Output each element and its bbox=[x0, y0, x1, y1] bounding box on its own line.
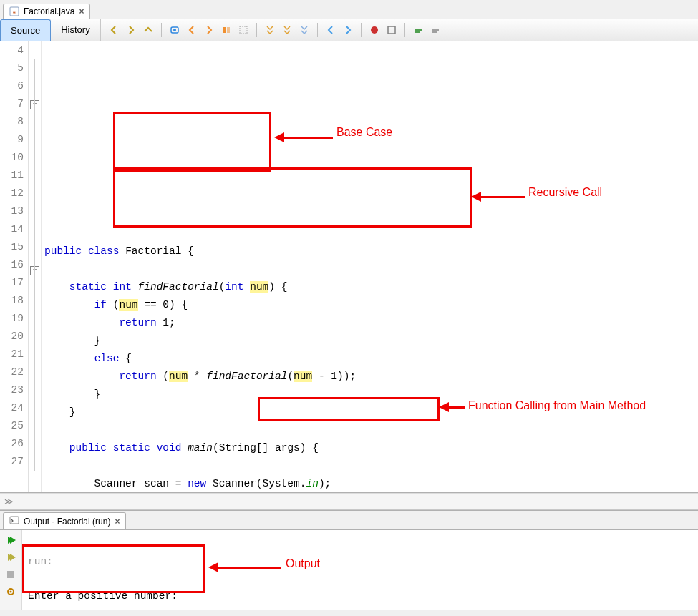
code-line[interactable] bbox=[42, 225, 698, 243]
svg-rect-9 bbox=[415, 29, 422, 31]
forward-icon[interactable] bbox=[124, 23, 138, 37]
line-number: 10 bbox=[0, 149, 24, 167]
svg-point-16 bbox=[10, 591, 12, 593]
toolbar-separator bbox=[404, 23, 405, 37]
block-right-icon[interactable] bbox=[202, 23, 216, 37]
arrow-icon bbox=[274, 132, 333, 142]
line-number: 11 bbox=[0, 167, 24, 185]
bookmark-toggle-icon[interactable] bbox=[297, 23, 311, 37]
line-number: 27 bbox=[0, 453, 24, 471]
chevron-right-icon: ≫ bbox=[4, 497, 14, 507]
stop-macro-icon[interactable] bbox=[384, 23, 399, 37]
java-file-icon: ☕ bbox=[9, 6, 19, 16]
line-number: 14 bbox=[0, 220, 24, 238]
output-tab[interactable]: Output - Factorial (run) × bbox=[3, 512, 126, 529]
code-line[interactable] bbox=[42, 457, 698, 475]
close-icon[interactable]: × bbox=[115, 517, 120, 527]
tab-history[interactable]: History bbox=[51, 19, 100, 41]
code-line[interactable] bbox=[42, 260, 698, 278]
file-tab-bar: ☕ Factorial.java × bbox=[0, 0, 698, 19]
line-number: 25 bbox=[0, 417, 24, 435]
line-number: 6 bbox=[0, 77, 24, 95]
output-console[interactable]: run: Enter a positive number: 6 Factoria… bbox=[22, 530, 698, 610]
comment-icon[interactable] bbox=[411, 23, 425, 37]
code-line[interactable]: public static void main(String[] args) { bbox=[42, 439, 698, 457]
uncomment-icon[interactable] bbox=[428, 23, 442, 37]
annotation-box-output bbox=[22, 544, 205, 593]
tab-source[interactable]: Source bbox=[0, 19, 51, 41]
annotation-box-recursive-call bbox=[113, 167, 472, 228]
rerun-icon[interactable] bbox=[4, 533, 18, 547]
select-rect-icon[interactable] bbox=[236, 23, 251, 37]
svg-point-3 bbox=[173, 29, 176, 31]
line-number: 18 bbox=[0, 292, 24, 310]
svg-rect-13 bbox=[10, 517, 19, 524]
svg-rect-14 bbox=[7, 571, 14, 578]
code-line[interactable]: } bbox=[42, 332, 698, 350]
record-macro-icon[interactable] bbox=[367, 23, 382, 37]
shift-right-icon[interactable] bbox=[341, 23, 355, 37]
block-group-icon[interactable] bbox=[219, 23, 233, 37]
code-line[interactable]: else { bbox=[42, 350, 698, 368]
output-panel: Output - Factorial (run) × run: Enter a … bbox=[0, 510, 698, 610]
annotation-box-base-case bbox=[113, 112, 271, 172]
shift-left-icon[interactable] bbox=[324, 23, 338, 37]
svg-rect-6 bbox=[240, 26, 247, 34]
code-line[interactable]: if (num == 0) { bbox=[42, 296, 698, 314]
output-body: run: Enter a positive number: 6 Factoria… bbox=[0, 530, 698, 610]
line-number: 9 bbox=[0, 131, 24, 149]
close-icon[interactable]: × bbox=[79, 6, 84, 16]
line-number: 12 bbox=[0, 185, 24, 202]
code-line[interactable]: return (num * findFactorial(num - 1)); bbox=[42, 368, 698, 386]
line-number: 4 bbox=[0, 41, 24, 59]
up-icon[interactable] bbox=[141, 23, 155, 37]
toolbar-icons bbox=[101, 23, 442, 37]
code-line[interactable]: public class Factorial { bbox=[42, 243, 698, 260]
line-number: 15 bbox=[0, 238, 24, 256]
annotation-label-base-case: Base Case bbox=[336, 126, 392, 139]
toolbar-separator bbox=[161, 23, 162, 37]
line-number: 7 bbox=[0, 95, 24, 113]
arrow-icon bbox=[471, 192, 525, 202]
code-line[interactable]: static int findFactorial(int num) { bbox=[42, 278, 698, 296]
code-area[interactable]: Base Case Recursive Call Function Callin… bbox=[42, 41, 698, 492]
highlight-icon[interactable] bbox=[168, 23, 182, 37]
fold-cell bbox=[29, 41, 41, 59]
svg-text:☕: ☕ bbox=[13, 9, 16, 15]
toolbar-separator bbox=[317, 23, 318, 37]
annotation-label-fn-call: Function Calling from Main Method bbox=[468, 399, 646, 412]
back-icon[interactable] bbox=[107, 23, 121, 37]
editor-breadcrumb[interactable]: ≫ bbox=[0, 493, 698, 510]
block-left-icon[interactable] bbox=[185, 23, 199, 37]
editor-toolbar: Source History bbox=[0, 19, 698, 41]
bookmark-prev-icon[interactable] bbox=[263, 23, 277, 37]
line-number: 8 bbox=[0, 113, 24, 131]
toolbar-separator bbox=[256, 23, 257, 37]
bookmark-next-icon[interactable] bbox=[280, 23, 294, 37]
annotation-label-recursive-call: Recursive Call bbox=[528, 186, 602, 199]
svg-rect-11 bbox=[432, 29, 439, 31]
output-tab-label: Output - Factorial (run) bbox=[24, 517, 110, 527]
file-tab-label: Factorial.java bbox=[24, 6, 74, 16]
line-number: 16 bbox=[0, 256, 24, 274]
line-number: 5 bbox=[0, 59, 24, 77]
code-editor[interactable]: 4567891011121314151617181920212223242526… bbox=[0, 41, 698, 493]
line-number: 13 bbox=[0, 202, 24, 220]
code-line[interactable] bbox=[42, 421, 698, 439]
code-line[interactable]: Scanner scan = new Scanner(System.in); bbox=[42, 475, 698, 492]
output-side-toolbar bbox=[0, 530, 22, 610]
code-line[interactable]: return 1; bbox=[42, 314, 698, 332]
fold-column: −− bbox=[29, 41, 42, 492]
view-tabs: Source History bbox=[0, 19, 101, 41]
editor-file-tab[interactable]: ☕ Factorial.java × bbox=[3, 4, 90, 19]
settings-icon[interactable] bbox=[4, 585, 18, 599]
line-number: 20 bbox=[0, 328, 24, 346]
line-number: 22 bbox=[0, 363, 24, 381]
svg-rect-5 bbox=[227, 27, 230, 33]
svg-rect-4 bbox=[223, 27, 226, 33]
stop-output-icon[interactable] bbox=[4, 567, 18, 582]
toolbar-separator bbox=[361, 23, 362, 37]
run-icon[interactable] bbox=[4, 550, 18, 564]
svg-rect-10 bbox=[415, 31, 420, 33]
line-number: 23 bbox=[0, 381, 24, 399]
